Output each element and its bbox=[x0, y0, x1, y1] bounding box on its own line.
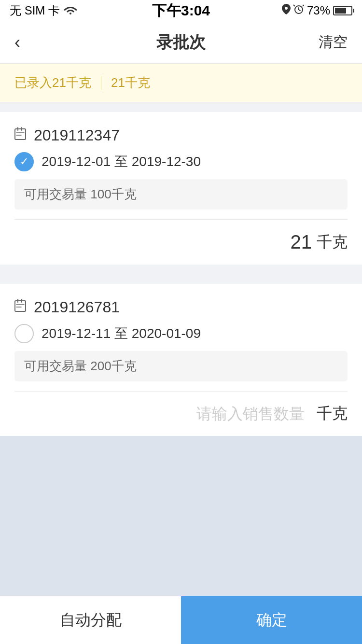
info-banner: 已录入21千克 21千克 bbox=[0, 64, 362, 102]
svg-rect-1 bbox=[15, 129, 26, 140]
batch-1-unit: 千克 bbox=[317, 232, 348, 253]
check-icon: ✓ bbox=[20, 155, 28, 168]
recorded-label: 已录入21千克 bbox=[14, 74, 91, 91]
batch-1-quantity-value: 21 bbox=[291, 231, 312, 253]
location-icon bbox=[282, 4, 291, 17]
bottom-bar: 自动分配 确定 bbox=[0, 596, 362, 644]
batch-2-date: 2019-12-11 至 2020-01-09 bbox=[42, 324, 201, 343]
svg-rect-2 bbox=[15, 301, 26, 311]
batch-2-header: 2019126781 bbox=[14, 298, 348, 316]
batch-2-quantity-row[interactable]: 千克 bbox=[14, 391, 348, 436]
batch-2-icon bbox=[14, 299, 29, 316]
batch-1-date-row[interactable]: ✓ 2019-12-01 至 2019-12-30 bbox=[14, 152, 348, 171]
clear-button[interactable]: 清空 bbox=[319, 32, 348, 52]
page-title: 录批次 bbox=[156, 31, 206, 54]
batch-2-quantity-input[interactable] bbox=[14, 405, 312, 423]
status-right: 73% bbox=[282, 4, 352, 17]
wifi-icon bbox=[64, 4, 77, 17]
confirm-button[interactable]: 确定 bbox=[181, 596, 362, 644]
status-left: 无 SIM 卡 bbox=[10, 3, 77, 18]
auto-distribute-button[interactable]: 自动分配 bbox=[0, 596, 181, 644]
batch-2-id: 2019126781 bbox=[34, 298, 120, 316]
nav-bar: ‹ 录批次 清空 bbox=[0, 21, 362, 64]
batch-1-radio[interactable]: ✓ bbox=[14, 152, 34, 171]
card-divider bbox=[0, 265, 362, 274]
back-button[interactable]: ‹ bbox=[14, 32, 43, 53]
alarm-icon bbox=[293, 4, 304, 17]
status-time: 下午3:04 bbox=[152, 1, 210, 21]
batch-1-available: 可用交易量 100千克 bbox=[14, 179, 348, 210]
status-bar: 无 SIM 卡 下午3:04 73% bbox=[0, 0, 362, 21]
batch-card-2: 2019126781 2019-12-11 至 2020-01-09 可用交易量… bbox=[0, 284, 362, 436]
batch-card-1: 2019112347 ✓ 2019-12-01 至 2019-12-30 可用交… bbox=[0, 112, 362, 265]
battery-percent: 73% bbox=[307, 4, 330, 17]
batch-1-header: 2019112347 bbox=[14, 126, 348, 144]
banner-divider bbox=[101, 76, 101, 90]
batch-1-date: 2019-12-01 至 2019-12-30 bbox=[42, 153, 201, 171]
batch-1-id: 2019112347 bbox=[34, 126, 120, 144]
sim-label: 无 SIM 卡 bbox=[10, 3, 60, 18]
batch-2-unit: 千克 bbox=[317, 403, 348, 424]
batch-1-quantity-row: 21 千克 bbox=[14, 219, 348, 265]
recorded-value: 21千克 bbox=[111, 74, 150, 91]
batch-2-available: 可用交易量 200千克 bbox=[14, 351, 348, 381]
batch-2-radio[interactable] bbox=[14, 324, 34, 343]
batch-2-date-row[interactable]: 2019-12-11 至 2020-01-09 bbox=[14, 324, 348, 343]
batch-1-icon bbox=[14, 127, 29, 144]
battery-icon bbox=[333, 6, 352, 15]
